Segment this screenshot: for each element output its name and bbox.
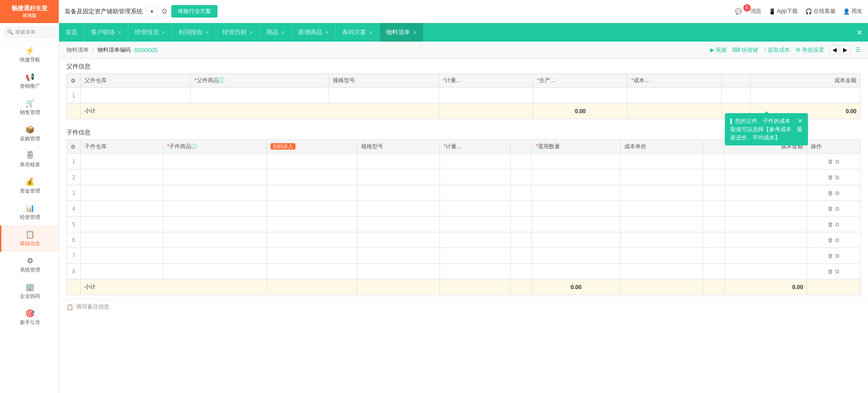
parent-row-1-production[interactable] xyxy=(533,88,627,103)
tab-operations-close[interactable]: ✕ xyxy=(162,30,165,35)
child-row-4-qty[interactable] xyxy=(532,201,621,217)
search-menu-box[interactable]: 🔍 搜索菜单 xyxy=(4,27,55,37)
child-row-6-unit-cost[interactable] xyxy=(621,232,703,248)
child-row-5-qty[interactable] xyxy=(532,217,621,232)
tab-barcode[interactable]: 条码方案 ✕ xyxy=(336,23,380,42)
child-row-7-unit-cost[interactable] xyxy=(621,248,703,264)
sidebar-item-finance[interactable]: 💰 资金管理 xyxy=(0,173,59,199)
child-row-8-qty[interactable] xyxy=(532,264,621,279)
sidebar-item-quick-nav[interactable]: ⚡ 快捷导航 xyxy=(0,42,59,68)
child-row-1-unit-cost[interactable] xyxy=(621,154,703,169)
child-row-1-unit[interactable] xyxy=(440,154,510,169)
tooltip-close-button[interactable]: ✕ xyxy=(798,117,802,125)
tab-nav-close-all[interactable]: ✕ xyxy=(851,23,868,42)
child-row-1-spec[interactable] xyxy=(357,154,440,169)
child-row-2-unit[interactable] xyxy=(440,169,510,185)
child-row-6-warehouse[interactable] xyxy=(81,232,163,248)
delete-icon-4[interactable]: 🗑 xyxy=(828,206,833,212)
child-row-7-goods[interactable] xyxy=(163,248,267,264)
copy-icon[interactable]: ⧉ xyxy=(835,158,839,165)
delete-icon-3[interactable]: 🗑 xyxy=(828,190,833,196)
sidebar-item-purchase[interactable]: 📦 采购管理 xyxy=(0,121,59,147)
child-row-3-qty[interactable] xyxy=(532,185,621,201)
child-row-1-qty[interactable] xyxy=(532,154,621,169)
settings-gear-icon[interactable]: ⚙ xyxy=(161,7,168,16)
sidebar-item-sales[interactable]: 🛒 销售管理 xyxy=(0,94,59,121)
tab-bom[interactable]: 物料清单 ✕ xyxy=(380,23,423,42)
delete-icon[interactable]: 🗑 xyxy=(828,158,833,165)
tab-history-close[interactable]: ✕ xyxy=(249,30,253,35)
shortcut-button[interactable]: ⌨ 快捷键 xyxy=(732,46,758,54)
child-row-5-warehouse[interactable] xyxy=(81,217,163,232)
sidebar-item-inventory[interactable]: 🗄 库存核算 xyxy=(0,147,59,173)
child-row-5-goods[interactable] xyxy=(163,217,267,232)
message-button[interactable]: 💬 6 消息 xyxy=(735,7,761,15)
child-row-4-unit[interactable] xyxy=(440,201,510,217)
delete-icon-6[interactable]: 🗑 xyxy=(828,237,833,243)
child-row-8-warehouse[interactable] xyxy=(81,264,163,279)
tab-home[interactable]: 首页 xyxy=(59,23,84,42)
parent-row-1-warehouse[interactable] xyxy=(81,88,191,103)
child-row-8-unit[interactable] xyxy=(440,264,510,279)
child-row-4-unit-cost[interactable] xyxy=(621,201,703,217)
child-row-4-spec[interactable] xyxy=(357,201,440,217)
delete-icon-5[interactable]: 🗑 xyxy=(828,221,833,228)
child-row-2-goods[interactable] xyxy=(163,169,267,185)
copy-icon-4[interactable]: ⧉ xyxy=(835,206,839,212)
tab-new-goods-close[interactable]: ✕ xyxy=(325,30,329,35)
tab-operations[interactable]: 经营情况 ✕ xyxy=(128,23,172,42)
next-record-button[interactable]: ▶ xyxy=(840,45,850,54)
view-video-button[interactable]: ▶ 视频 xyxy=(710,46,727,54)
sidebar-item-marketing[interactable]: 📢 营销推广 xyxy=(0,68,59,94)
child-row-5-spec[interactable] xyxy=(357,217,440,232)
child-row-2-spec[interactable] xyxy=(357,169,440,185)
child-row-6-spec[interactable] xyxy=(357,232,440,248)
breadcrumb-parent[interactable]: 物料清单 xyxy=(66,46,89,54)
child-row-3-unit-cost[interactable] xyxy=(621,185,703,201)
app-download-button[interactable]: 📱 App下载 xyxy=(769,7,798,15)
child-row-3-goods[interactable] xyxy=(163,185,267,201)
child-row-7-spec[interactable] xyxy=(357,248,440,264)
child-row-8-spec[interactable] xyxy=(357,264,440,279)
parent-row-1-spec[interactable] xyxy=(329,88,439,103)
hint-text[interactable]: 填写备注信息 xyxy=(76,303,109,311)
list-view-button[interactable]: ☰ xyxy=(856,47,861,53)
sidebar-item-enterprise[interactable]: 🏢 企业协同 xyxy=(0,278,59,304)
online-service-button[interactable]: 🎧 在线客服 xyxy=(805,7,836,15)
child-row-4-goods[interactable] xyxy=(163,201,267,217)
tab-new-goods[interactable]: 新增商品 ✕ xyxy=(292,23,336,42)
tab-profit[interactable]: 利润报告 ✕ xyxy=(172,23,216,42)
tab-customer[interactable]: 客户联络 ✕ xyxy=(84,23,128,42)
child-col-settings[interactable]: ⚙ xyxy=(67,140,81,154)
parent-row-1-goods[interactable] xyxy=(191,88,329,103)
tab-goods-close[interactable]: ✕ xyxy=(281,30,285,35)
copy-icon-3[interactable]: ⧉ xyxy=(835,190,839,196)
child-row-5-unit[interactable] xyxy=(440,217,510,232)
tab-goods[interactable]: 商品 ✕ xyxy=(260,23,292,42)
sidebar-item-operations[interactable]: 📊 经营管理 xyxy=(0,199,59,225)
child-row-1-warehouse[interactable] xyxy=(81,154,163,169)
copy-icon-5[interactable]: ⧉ xyxy=(835,221,839,228)
parent-row-1-cost[interactable] xyxy=(627,88,722,103)
copy-icon-2[interactable]: ⧉ xyxy=(835,174,839,181)
delete-icon-7[interactable]: 🗑 xyxy=(828,253,833,259)
delete-icon-8[interactable]: 🗑 xyxy=(828,268,833,275)
child-row-6-qty[interactable] xyxy=(532,232,621,248)
child-row-4-warehouse[interactable] xyxy=(81,201,163,217)
sidebar-item-system[interactable]: ⚙ 系统管理 xyxy=(0,252,59,278)
child-row-7-qty[interactable] xyxy=(532,248,621,264)
parent-col-settings[interactable]: ⚙ xyxy=(67,74,81,88)
sidebar-item-guide[interactable]: 🎯 新手引导 xyxy=(0,304,59,331)
tab-barcode-close[interactable]: ✕ xyxy=(369,30,373,35)
copy-icon-8[interactable]: ⧉ xyxy=(835,268,839,275)
child-row-7-warehouse[interactable] xyxy=(81,248,163,264)
tab-customer-close[interactable]: ✕ xyxy=(118,30,121,35)
extract-cost-button[interactable]: ↑ 提取成本 xyxy=(764,46,790,54)
child-row-5-unit-cost[interactable] xyxy=(621,217,703,232)
child-row-2-qty[interactable] xyxy=(532,169,621,185)
prev-record-button[interactable]: ◀ xyxy=(830,45,839,54)
parent-row-1-unit[interactable] xyxy=(439,88,533,103)
child-row-3-unit[interactable] xyxy=(440,185,510,201)
child-row-3-warehouse[interactable] xyxy=(81,185,163,201)
tab-profit-close[interactable]: ✕ xyxy=(205,30,209,35)
